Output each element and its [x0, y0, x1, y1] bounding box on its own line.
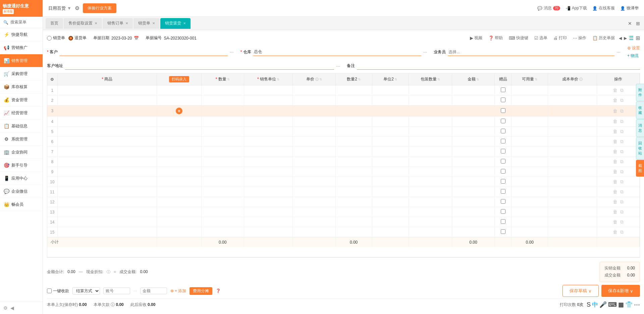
one-key-checkbox[interactable]	[47, 289, 52, 293]
product-cell-3[interactable]	[57, 106, 157, 117]
unit-cell-2[interactable]	[244, 96, 292, 106]
fee-split-btn[interactable]: 费用分摊	[190, 287, 212, 295]
gift-cell-1[interactable]	[495, 85, 512, 96]
sidebar-item-shortcut[interactable]: ⚡ 快捷导航	[0, 28, 43, 41]
price-cell-1[interactable]	[293, 85, 335, 96]
remark-input[interactable]	[357, 62, 640, 70]
sidebar-item-enterprise[interactable]: 🏢 企业协同	[0, 146, 43, 159]
tab-return-close[interactable]: ✕	[183, 21, 186, 25]
copy-row-12[interactable]: ⧉	[620, 199, 624, 204]
available-cell-8[interactable]	[512, 157, 548, 167]
qty2-cell-14[interactable]	[335, 217, 372, 227]
gift-checkbox-8[interactable]	[501, 159, 505, 164]
gift-checkbox-1[interactable]	[501, 87, 505, 92]
float-favorite[interactable]: 收藏	[636, 102, 644, 119]
unit2-cell-4[interactable]	[372, 117, 409, 127]
delete-row-2[interactable]: 🗑	[613, 98, 618, 103]
amount-cell-8[interactable]	[452, 157, 494, 167]
radio-return-input[interactable]	[68, 36, 73, 41]
sougou-icon[interactable]: S	[587, 301, 591, 308]
available-cell-6[interactable]	[512, 137, 548, 147]
qty-cell-15[interactable]	[201, 227, 244, 237]
pack-cell-4[interactable]	[409, 117, 452, 127]
qty-cell-1[interactable]	[201, 85, 244, 96]
gift-checkbox-15[interactable]	[501, 229, 505, 234]
qty2-cell-6[interactable]	[335, 137, 372, 147]
copy-row-6[interactable]: ⧉	[620, 139, 624, 144]
qty-cell-3[interactable]	[201, 106, 244, 117]
video-btn[interactable]: ▶ 视频	[468, 34, 484, 42]
price-cell-14[interactable]	[293, 217, 335, 227]
sidebar-item-finance[interactable]: 💰 资金管理	[0, 93, 43, 107]
float-attachment[interactable]: 附件	[636, 84, 644, 101]
unit2-cell-8[interactable]	[372, 157, 409, 167]
unit2-cell-5[interactable]	[372, 127, 409, 137]
available-cell-5[interactable]	[512, 127, 548, 137]
unit-cell-13[interactable]	[244, 207, 292, 217]
copy-row-10[interactable]: ⧉	[620, 179, 624, 184]
pack-cell-14[interactable]	[409, 217, 452, 227]
qty2-cell-10[interactable]	[335, 177, 372, 187]
product-cell-12[interactable]	[57, 197, 157, 207]
sidebar-item-system[interactable]: ⚙ 系统管理	[0, 133, 43, 146]
gift-checkbox-5[interactable]	[501, 129, 505, 133]
product-cell-15[interactable]	[57, 227, 157, 237]
tab-expand-btn[interactable]: ⊞	[635, 20, 641, 27]
save-new-btn[interactable]: 保存&新增 ∨	[601, 285, 640, 297]
gift-checkbox-3[interactable]	[501, 108, 505, 113]
qty-cell-6[interactable]	[201, 137, 244, 147]
cost-cell-14[interactable]	[548, 217, 597, 227]
delete-row-7[interactable]: 🗑	[613, 149, 618, 154]
qty-cell-7[interactable]	[201, 147, 244, 157]
pack-cell-8[interactable]	[409, 157, 452, 167]
copy-row-13[interactable]: ⧉	[620, 209, 624, 214]
product-cell-5[interactable]	[57, 127, 157, 137]
nav-next-icon[interactable]: ▶	[624, 36, 627, 41]
fee-split-help-icon[interactable]: ❓	[216, 289, 221, 293]
cost-cell-5[interactable]	[548, 127, 597, 137]
qty-cell-12[interactable]	[201, 197, 244, 207]
copy-row-1[interactable]: ⧉	[620, 87, 624, 93]
amount-cell-7[interactable]	[452, 147, 494, 157]
gift-checkbox-6[interactable]	[501, 139, 505, 143]
calendar-icon[interactable]: 📅	[134, 36, 139, 41]
product-cell-8[interactable]	[57, 157, 157, 167]
delete-row-11[interactable]: 🗑	[613, 189, 618, 194]
gift-checkbox-12[interactable]	[501, 199, 505, 204]
amount-cell-9[interactable]	[452, 167, 494, 177]
copy-row-5[interactable]: ⧉	[620, 129, 624, 134]
available-cell-15[interactable]	[512, 227, 548, 237]
qty-cell-8[interactable]	[201, 157, 244, 167]
delete-row-12[interactable]: 🗑	[613, 199, 618, 204]
unit-cell-7[interactable]	[244, 147, 292, 157]
delete-row-14[interactable]: 🗑	[613, 219, 618, 225]
product-cell-14[interactable]	[57, 217, 157, 227]
th-gear[interactable]: ⚙	[47, 73, 57, 85]
pack-cell-1[interactable]	[409, 85, 452, 96]
unit-cell-8[interactable]	[244, 157, 292, 167]
cost-cell-4[interactable]	[548, 117, 597, 127]
price-cell-12[interactable]	[293, 197, 335, 207]
copy-row-2[interactable]: ⧉	[620, 98, 624, 103]
qty-cell-5[interactable]	[201, 127, 244, 137]
operation-btn[interactable]: ⋯ 操作	[571, 34, 588, 42]
gift-cell-14[interactable]	[495, 217, 512, 227]
date-value[interactable]: 2023-03-20	[111, 36, 132, 41]
available-cell-4[interactable]	[512, 117, 548, 127]
pack-cell-12[interactable]	[409, 197, 452, 207]
app-download-item[interactable]: 📲 App下载	[566, 5, 587, 11]
price-cell-6[interactable]	[293, 137, 335, 147]
price-cell-9[interactable]	[293, 167, 335, 177]
cost-cell-8[interactable]	[548, 157, 597, 167]
gift-checkbox-2[interactable]	[501, 98, 505, 102]
gift-cell-11[interactable]	[495, 187, 512, 197]
shirt-icon[interactable]: 👕	[625, 301, 633, 308]
radio-return[interactable]: 退货单	[68, 35, 87, 41]
qty2-cell-4[interactable]	[335, 117, 372, 127]
gift-checkbox-11[interactable]	[501, 189, 505, 194]
pack-cell-2[interactable]	[409, 96, 452, 106]
amount-cell-14[interactable]	[452, 217, 494, 227]
header-settings-icon[interactable]: ⚙	[75, 5, 79, 11]
delete-row-3[interactable]: 🗑	[613, 108, 618, 114]
qty-cell-2[interactable]	[201, 96, 244, 106]
